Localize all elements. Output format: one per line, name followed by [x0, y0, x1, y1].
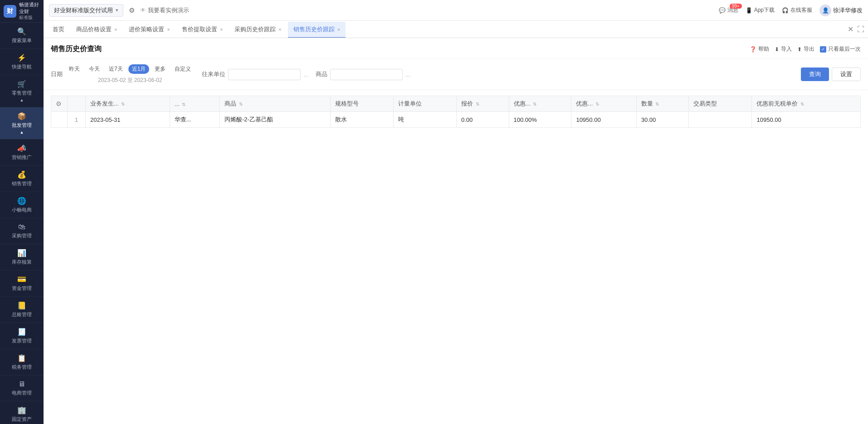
sidebar-item-inventory[interactable]: 📊 库存核算 — [0, 244, 44, 270]
date-btn-more[interactable]: 更多 — [151, 64, 169, 74]
query-button[interactable]: 查询 — [801, 67, 829, 81]
date-range: 2023-05-02 至 2023-06-02 — [98, 77, 162, 84]
product-input[interactable] — [330, 69, 403, 80]
user-menu[interactable]: 👤 徐泽华修改 — [819, 5, 863, 16]
cell-discount-amt: 10950.00 — [571, 112, 636, 128]
online-service-button[interactable]: 🎧 在线客服 — [782, 6, 812, 14]
sidebar-item-tax[interactable]: 📋 税务管理 — [0, 349, 44, 376]
date-btn-last1m[interactable]: 近1月 — [128, 64, 150, 74]
col-discount-amt[interactable]: 优惠... ⇅ — [571, 96, 636, 112]
sidebar-item-general-ledger[interactable]: 📒 总账管理 — [0, 297, 44, 323]
tabbar: 首页 商品价格设置 × 进价策略设置 × 售价提取设置 × 采购历史价跟踪 × … — [44, 21, 868, 38]
tab-sale-history[interactable]: 销售历史价跟踪 × — [288, 22, 346, 38]
table-header-row: ⚙ 业务发生... ⇅ ... ⇅ 商品 ⇅ — [51, 96, 861, 112]
sales-icon: 💰 — [17, 170, 26, 179]
inventory-icon: 📊 — [17, 249, 26, 257]
tab-product-price-close[interactable]: × — [114, 27, 117, 32]
col-price[interactable]: 报价 ⇅ — [457, 96, 509, 112]
tax-icon: 📋 — [17, 354, 26, 362]
quick-nav-icon: ⚡ — [17, 53, 26, 62]
tab-sale-extract[interactable]: 售价提取设置 × — [176, 22, 228, 38]
cell-discount-pct: 100.00% — [509, 112, 571, 128]
app-download-button[interactable]: 📱 App下载 — [746, 6, 775, 14]
cell-trade-type — [689, 112, 752, 128]
cell-num: 1 — [68, 112, 86, 128]
module-select-label: 好业财标准版交付试用 — [54, 6, 113, 14]
invoice-icon: 🧾 — [17, 328, 26, 336]
import-button[interactable]: ⬇ 导入 — [775, 45, 792, 53]
tab-sale-history-close[interactable]: × — [337, 27, 340, 32]
tab-purchase-strategy[interactable]: 进价策略设置 × — [123, 22, 175, 38]
finance-icon: 💳 — [17, 275, 26, 284]
last-only-checkbox[interactable]: ✓ — [820, 46, 826, 53]
cell-product: 丙烯酸-2-乙基己酯 — [220, 112, 331, 128]
date-btn-yesterday[interactable]: 昨天 — [65, 64, 83, 74]
sidebar-item-small-ecommerce[interactable]: 🌐 小畅电商 — [0, 192, 44, 218]
col-settings-icon[interactable]: ⚙ — [56, 100, 62, 107]
col-price-sort: ⇅ — [476, 101, 479, 106]
col-settings[interactable]: ⚙ — [51, 96, 68, 112]
col-ellipsis[interactable]: ... ⇅ — [170, 96, 219, 112]
demo-link[interactable]: 👁 我要看实例演示 — [140, 6, 189, 14]
tabbar-expand-icon[interactable]: ⛶ — [857, 25, 864, 34]
sidebar-item-fixed-assets[interactable]: 🏢 固定资产 — [0, 401, 44, 424]
sidebar-item-invoice[interactable]: 🧾 发票管理 — [0, 323, 44, 349]
col-pretax-price[interactable]: 优惠前无税单价 ⇅ — [752, 96, 861, 112]
tab-purchase-history[interactable]: 采购历史价跟踪 × — [229, 22, 287, 38]
sidebar-item-finance[interactable]: 💳 资金管理 — [0, 270, 44, 297]
sidebar-item-ecommerce[interactable]: 🖥 电商管理 — [0, 376, 44, 401]
tabbar-close-icon[interactable]: ✕ — [848, 25, 853, 34]
col-product-sort: ⇅ — [239, 101, 243, 106]
date-btn-today[interactable]: 今天 — [85, 64, 103, 74]
partner-more[interactable]: ... — [303, 71, 308, 78]
tab-product-price-label: 商品价格设置 — [76, 25, 112, 34]
sidebar-item-quick-nav[interactable]: ⚡ 快捷导航 — [0, 49, 44, 75]
message-icon: 💬 — [719, 7, 726, 14]
export-button[interactable]: ⬆ 导出 — [797, 45, 814, 53]
main-area: 好业财标准版交付试用 ▾ ⚙ 👁 我要看实例演示 💬 消息 99+ 📱 App下… — [44, 0, 868, 424]
fixed-assets-icon: 🏢 — [17, 406, 26, 414]
col-trade-type: 交易类型 — [689, 96, 752, 112]
page-title: 销售历史价查询 — [51, 44, 102, 54]
tab-home[interactable]: 首页 — [47, 22, 70, 38]
settings-button[interactable]: 设置 — [832, 67, 861, 81]
module-select-arrow: ▾ — [116, 7, 118, 13]
date-label: 日期 — [51, 70, 63, 78]
module-select[interactable]: 好业财标准版交付试用 ▾ — [49, 4, 123, 17]
col-quantity[interactable]: 数量 ⇅ — [636, 96, 689, 112]
sidebar-item-retail[interactable]: 🛒 零售管理 ▲ — [0, 75, 44, 107]
product-more[interactable]: ... — [405, 71, 410, 78]
partner-input[interactable] — [228, 69, 301, 80]
filter-area: 日期 昨天 今天 近7天 近1月 更多 自定义 2023-05-02 至 202… — [44, 59, 868, 90]
partner-filter-group: 往来单位 ... — [202, 69, 308, 80]
page-content: 销售历史价查询 ❓ 帮助 ⬇ 导入 ⬆ 导出 ✓ 只看最后一次 — [44, 38, 868, 424]
col-discount-pct-sort: ⇅ — [533, 101, 536, 106]
tab-purchase-history-close[interactable]: × — [278, 27, 281, 32]
tab-sale-extract-close[interactable]: × — [220, 27, 223, 32]
product-label: 商品 — [316, 70, 327, 78]
help-button[interactable]: ❓ 帮助 — [750, 45, 769, 53]
sidebar-item-purchase[interactable]: 🛍 采购管理 — [0, 218, 44, 244]
date-btn-custom[interactable]: 自定义 — [171, 64, 195, 74]
col-discount-pct[interactable]: 优惠... ⇅ — [509, 96, 571, 112]
last-only-checkbox-label[interactable]: ✓ 只看最后一次 — [820, 45, 861, 53]
col-pretax-price-sort: ⇅ — [800, 101, 804, 106]
sidebar-item-wholesale[interactable]: 📦 批发管理 ▲ — [0, 107, 44, 140]
messages-button[interactable]: 💬 消息 99+ — [719, 6, 738, 14]
sidebar-item-search[interactable]: 🔍 搜索菜单 — [0, 23, 44, 49]
col-biz-date[interactable]: 业务发生... ⇅ — [86, 96, 170, 112]
tab-sale-extract-label: 售价提取设置 — [182, 25, 217, 34]
topbar-right: 💬 消息 99+ 📱 App下载 🎧 在线客服 👤 徐泽华修改 — [719, 5, 863, 16]
sidebar-item-marketing[interactable]: 📣 营销推广 — [0, 140, 44, 166]
cell-spec: 散水 — [330, 112, 393, 128]
sidebar-item-sales-mgmt[interactable]: 💰 销售管理 — [0, 166, 44, 192]
user-avatar: 👤 — [819, 5, 831, 16]
tab-product-price[interactable]: 商品价格设置 × — [71, 22, 122, 38]
col-num — [68, 96, 86, 112]
topbar-settings-icon[interactable]: ⚙ — [129, 6, 135, 14]
col-product[interactable]: 商品 ⇅ — [220, 96, 331, 112]
table-row: 1 2023-05-31 华查... 丙烯酸-2-乙基己酯 散水 吨 0.00 … — [51, 112, 861, 128]
date-btn-last7[interactable]: 近7天 — [105, 64, 127, 74]
tab-purchase-strategy-close[interactable]: × — [167, 27, 170, 32]
page-header: 销售历史价查询 ❓ 帮助 ⬇ 导入 ⬆ 导出 ✓ 只看最后一次 — [44, 38, 868, 59]
